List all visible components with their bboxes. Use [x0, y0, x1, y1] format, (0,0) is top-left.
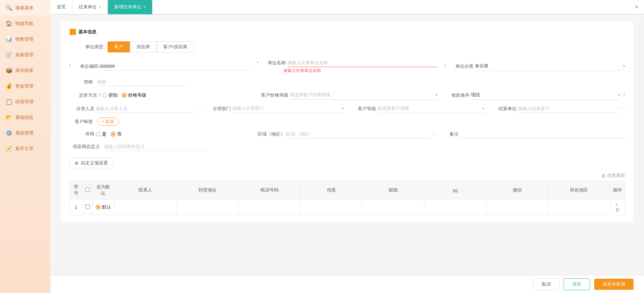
settlement-more-btn[interactable]: ··· [620, 106, 625, 112]
payment-select[interactable]: 现结 ▾ [471, 90, 620, 100]
manager-more-btn[interactable]: ··· [197, 106, 203, 112]
manager-input[interactable] [96, 105, 196, 113]
row-contact-input[interactable] [117, 205, 174, 210]
row-wechat-input[interactable] [488, 205, 546, 210]
pricing-radio-level[interactable]: 价格等级 [122, 92, 146, 98]
row-email-input[interactable] [364, 205, 422, 210]
name-error-text: 请输入往来单位名称 [257, 68, 438, 74]
sidebar-item-sales[interactable]: 📊 销售管理 [0, 31, 50, 47]
tab-home[interactable]: 首页 [50, 0, 72, 14]
sidebar-item-system[interactable]: ⚙️ 系统管理 [0, 125, 50, 141]
batch-delete-button[interactable]: 🗑 批量删除 [601, 172, 625, 179]
cart-icon: 🛒 [6, 51, 13, 58]
sidebar-item-search[interactable]: 🔍 搜索菜单 [0, 0, 50, 16]
sidebar-item-purchase[interactable]: 🛒 采购管理 [0, 47, 50, 63]
note-input[interactable] [460, 130, 625, 138]
shortname-input[interactable] [97, 78, 188, 86]
search-icon: 🔍 [6, 5, 13, 11]
payment-help-icon[interactable]: ? [623, 92, 625, 98]
sidebar-item-quicknav[interactable]: 🏠 快捷导航 [0, 16, 50, 31]
tab-new-partner[interactable]: 新增往来单位 × [108, 0, 152, 14]
category-chevron: ▾ [623, 64, 625, 68]
field-name-wrapper: * 单位名称 请输入往来单位名称 [257, 59, 438, 74]
tab-new-partner-close[interactable]: × [143, 5, 146, 9]
pricing-radio-discount[interactable]: 折扣 [102, 92, 118, 98]
cell-region[interactable] [548, 200, 610, 215]
field-manager: 分管人员 ··· [69, 105, 203, 113]
form-row-shortname: 简称 [69, 78, 625, 86]
cell-phone[interactable] [238, 200, 300, 215]
customer-level-select[interactable]: 请选择客户等级 ▾ [377, 104, 485, 113]
table-select-all[interactable] [85, 187, 90, 192]
row-checkbox[interactable] [85, 204, 90, 209]
delete-icon: 🗑 [601, 173, 606, 178]
cell-checkbox[interactable] [83, 200, 92, 215]
cell-wechat[interactable] [486, 200, 548, 215]
cell-action: + 🗑 [610, 200, 625, 215]
custom-settings-button[interactable]: ⚙ 自定义项设置 [69, 158, 113, 168]
cell-email[interactable] [362, 200, 424, 215]
unit-btn-both[interactable]: 客户/供应商 [157, 41, 194, 52]
unit-btn-customer[interactable]: 客户 [108, 41, 130, 52]
code-input[interactable] [100, 62, 250, 71]
unit-btn-supplier[interactable]: 供应商 [130, 41, 157, 52]
tab-bar: 首页 往来单位 × 新增往来单位 × × [50, 0, 644, 15]
cell-index: 1 [70, 200, 83, 215]
shortname-label: 简称 [69, 79, 97, 85]
row-default-radio[interactable]: 默认 [94, 204, 112, 210]
window-close-button[interactable]: × [629, 3, 644, 11]
unit-type-buttons: 客户 供应商 客户/供应商 [108, 41, 194, 52]
pricing-radio-level-circle [122, 93, 127, 98]
sidebar-item-operations[interactable]: 📋 经营管理 [0, 94, 50, 109]
table-row: 1 默认 [70, 200, 625, 215]
table-header-index: 序号 [70, 181, 83, 200]
chart-icon: 📊 [6, 36, 13, 42]
content-area: 🟧 基本信息 单位类型 客户 供应商 客户/供应商 * 单位编码 [50, 15, 644, 275]
disabled-radio-yes[interactable]: 是 [96, 131, 107, 137]
save-button[interactable]: 保存 [564, 278, 590, 290]
name-input[interactable] [287, 59, 438, 67]
row-qq-input[interactable] [426, 205, 484, 210]
region-more-btn[interactable]: ··· [432, 131, 438, 137]
money-icon: 💰 [6, 83, 13, 89]
supplier-custom-input[interactable] [104, 143, 209, 151]
row-add-btn[interactable]: + [615, 202, 618, 207]
row-delete-btn[interactable]: 🗑 [615, 207, 620, 212]
region-input[interactable] [286, 130, 431, 138]
row-fax-input[interactable] [303, 205, 360, 210]
pricing-radio-group: 折扣 价格等级 [102, 92, 146, 98]
tag-add-button[interactable]: + 标签 [97, 117, 119, 126]
table-header-region: 所在地区 [548, 181, 610, 200]
settlement-input[interactable] [518, 105, 618, 113]
tab-partners[interactable]: 往来单位 × [72, 0, 108, 14]
disabled-radio-yes-circle [96, 132, 101, 137]
cell-address[interactable] [176, 200, 238, 215]
cell-qq[interactable] [424, 200, 486, 215]
cell-fax[interactable] [300, 200, 362, 215]
field-settlement: 结算单位 ··· [492, 105, 625, 113]
pricing-help-icon[interactable]: ? [99, 92, 101, 98]
cancel-button[interactable]: 取消 [533, 278, 559, 290]
sidebar-item-basic[interactable]: 📂 基础信息 [0, 109, 50, 125]
customer-price-chevron: ▾ [435, 93, 438, 97]
disabled-radio-no[interactable]: 否 [111, 131, 121, 137]
row-phone-input[interactable] [241, 205, 298, 210]
tab-partners-close[interactable]: × [99, 5, 101, 9]
row-address-input[interactable] [179, 205, 236, 210]
table-header-default: 设为默认 [92, 181, 115, 200]
category-select[interactable]: 未分类 ▾ [475, 62, 625, 71]
row-region-input[interactable] [550, 205, 608, 210]
tag-label: 客户标签 [69, 119, 97, 125]
sidebar-item-inventory[interactable]: 📦 库存核算 [0, 63, 50, 78]
form-row-supplier-custom: 供应商自定义 [69, 143, 625, 151]
ops-icon: 📋 [6, 98, 13, 105]
table-header-checkbox[interactable] [83, 181, 92, 200]
sidebar-item-finance[interactable]: 💰 资金管理 [0, 78, 50, 94]
dept-select[interactable]: 请输入分管部门 ▾ [232, 104, 344, 113]
row-default-circle [96, 205, 101, 210]
save-new-button[interactable]: 保存并新增 [594, 279, 634, 290]
sidebar-item-guide[interactable]: 🧭 新手引导 [0, 141, 50, 156]
customer-price-select[interactable]: 请选择客户价格等级 ▾ [290, 90, 438, 100]
cell-contact[interactable] [115, 200, 176, 215]
table-header-qq: qq [424, 181, 486, 200]
